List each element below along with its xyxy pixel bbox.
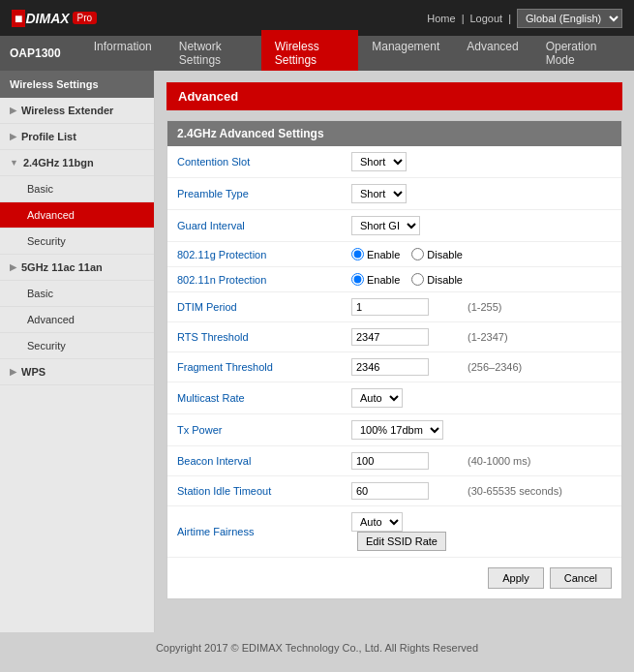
label-contention-slot: Contention Slot: [167, 146, 342, 178]
input-beacon-interval[interactable]: [351, 452, 429, 470]
radio-input-80211n-enable[interactable]: [351, 273, 364, 286]
sidebar-group-5ghz[interactable]: ▶ 5GHz 11ac 11an: [0, 255, 154, 281]
sidebar-item-5ghz-security[interactable]: Security: [0, 333, 154, 359]
label-dtim-period: DTIM Period: [167, 292, 342, 322]
radio-group-80211n: Enable Disable: [351, 273, 612, 286]
select-airtime-fairness[interactable]: Auto: [351, 512, 403, 532]
sidebar-item-2ghz-security[interactable]: Security: [0, 229, 154, 255]
nav-information[interactable]: Information: [80, 30, 166, 76]
radio-label-disable-80211g: Disable: [427, 249, 463, 260]
radio-input-80211g-disable[interactable]: [411, 248, 424, 260]
select-guard-interval[interactable]: Short GI Long GI: [351, 216, 420, 235]
label-guard-interval: Guard Interval: [167, 210, 342, 242]
settings-table: Contention Slot Short Long Preamble Type: [167, 146, 621, 558]
sidebar-item-wps[interactable]: ▶ WPS: [0, 359, 154, 385]
home-link[interactable]: Home: [427, 13, 455, 24]
label-station-idle-timeout: Station Idle Timeout: [167, 476, 342, 506]
row-station-idle-timeout: Station Idle Timeout (30-65535 seconds): [167, 476, 621, 506]
edit-ssid-rate-button[interactable]: Edit SSID Rate: [357, 532, 446, 551]
hint-tx-power: [458, 414, 621, 446]
cancel-button[interactable]: Cancel: [550, 567, 612, 589]
row-80211g-protection: 802.11g Protection Enable Disable: [167, 242, 621, 267]
row-airtime-fairness: Airtime Fairness Auto Edit SSID Rate: [167, 506, 621, 558]
label-80211g-protection: 802.11g Protection: [167, 242, 342, 267]
logo-text: ■DIMAX: [12, 8, 70, 28]
arrow-icon-2: ▶: [10, 132, 16, 141]
hint-station-idle-timeout: (30-65535 seconds): [458, 476, 621, 506]
main-layout: Wireless Settings ▶ Wireless Extender ▶ …: [0, 71, 634, 632]
select-preamble-type[interactable]: Short Long: [351, 184, 407, 203]
label-fragment-threshold: Fragment Threshold: [167, 352, 342, 382]
label-beacon-interval: Beacon Interval: [167, 446, 342, 476]
radio-80211n-disable[interactable]: Disable: [411, 273, 463, 286]
row-rts-threshold: RTS Threshold (1-2347): [167, 322, 621, 352]
settings-panel: 2.4GHz Advanced Settings Contention Slot…: [166, 120, 622, 599]
settings-panel-title: 2.4GHz Advanced Settings: [167, 121, 621, 146]
arrow-icon-5: ▶: [10, 367, 16, 377]
5ghz-group-label: 5GHz 11ac 11an: [21, 261, 103, 273]
row-fragment-threshold: Fragment Threshold (256–2346): [167, 352, 621, 382]
navbar: OAP1300 Information Network Settings Wir…: [0, 36, 634, 71]
edimax-logo: ■DIMAX: [12, 8, 70, 27]
row-tx-power: Tx Power 100% 17dbm: [167, 414, 621, 446]
row-contention-slot: Contention Slot Short Long: [167, 146, 621, 178]
nav-wireless-settings[interactable]: Wireless Settings: [261, 30, 359, 76]
nav-management[interactable]: Management: [358, 30, 453, 76]
sidebar: Wireless Settings ▶ Wireless Extender ▶ …: [0, 71, 155, 632]
label-multicast-rate: Multicast Rate: [167, 382, 342, 414]
header-right: Home | Logout | Global (English): [427, 9, 622, 28]
hint-rts-threshold: (1-2347): [458, 322, 621, 352]
logo-area: ■DIMAX Pro: [12, 8, 97, 28]
footer: Copyright 2017 © EDIMAX Technology Co., …: [0, 632, 634, 663]
row-guard-interval: Guard Interval Short GI Long GI: [167, 210, 621, 242]
radio-80211g-enable[interactable]: Enable: [351, 248, 400, 260]
radio-label-enable-80211g: Enable: [367, 249, 400, 260]
language-select[interactable]: Global (English): [517, 9, 622, 28]
arrow-icon-4: ▶: [10, 262, 16, 272]
hint-beacon-interval: (40-1000 ms): [458, 446, 621, 476]
sidebar-item-5ghz-basic[interactable]: Basic: [0, 281, 154, 307]
hint-dtim-period: (1-255): [458, 292, 621, 322]
nav-network-settings[interactable]: Network Settings: [166, 30, 261, 76]
wps-label: WPS: [21, 366, 45, 378]
select-multicast-rate[interactable]: Auto: [351, 388, 403, 408]
profile-list-label: Profile List: [21, 131, 76, 142]
radio-label-disable-80211n: Disable: [427, 274, 463, 286]
nav-items: Information Network Settings Wireless Se…: [80, 30, 624, 76]
sidebar-item-2ghz-basic[interactable]: Basic: [0, 176, 154, 202]
select-tx-power[interactable]: 100% 17dbm: [351, 420, 443, 440]
row-preamble-type: Preamble Type Short Long: [167, 178, 621, 210]
2ghz-group-label: 2.4GHz 11bgn: [23, 157, 94, 168]
hint-preamble-type: [458, 178, 621, 210]
hint-contention-slot: [458, 146, 621, 178]
logout-link[interactable]: Logout: [469, 13, 502, 24]
hint-fragment-threshold: (256–2346): [458, 352, 621, 382]
input-rts-threshold[interactable]: [351, 328, 429, 346]
sidebar-item-profile-list[interactable]: ▶ Profile List: [0, 124, 154, 150]
input-fragment-threshold[interactable]: [351, 358, 429, 376]
page-header: Advanced: [166, 82, 622, 110]
hint-airtime-fairness: [458, 506, 621, 558]
content: Advanced 2.4GHz Advanced Settings Conten…: [155, 71, 634, 632]
sidebar-group-2ghz[interactable]: ▼ 2.4GHz 11bgn: [0, 150, 154, 176]
nav-advanced[interactable]: Advanced: [453, 30, 531, 76]
logo-pro: Pro: [73, 12, 98, 24]
radio-group-80211g: Enable Disable: [351, 248, 612, 260]
input-dtim-period[interactable]: [351, 298, 429, 316]
input-station-idle-timeout[interactable]: [351, 482, 429, 500]
sidebar-item-5ghz-advanced[interactable]: Advanced: [0, 307, 154, 333]
radio-80211g-disable[interactable]: Disable: [411, 248, 463, 260]
nav-operation-mode[interactable]: Operation Mode: [532, 30, 624, 76]
row-dtim-period: DTIM Period (1-255): [167, 292, 621, 322]
apply-button[interactable]: Apply: [488, 567, 544, 589]
radio-80211n-enable[interactable]: Enable: [351, 273, 400, 286]
sidebar-item-wireless-extender[interactable]: ▶ Wireless Extender: [0, 98, 154, 124]
label-rts-threshold: RTS Threshold: [167, 322, 342, 352]
label-preamble-type: Preamble Type: [167, 178, 342, 210]
radio-input-80211g-enable[interactable]: [351, 248, 364, 260]
row-beacon-interval: Beacon Interval (40-1000 ms): [167, 446, 621, 476]
radio-input-80211n-disable[interactable]: [411, 273, 424, 286]
action-bar: Apply Cancel: [167, 558, 621, 598]
select-contention-slot[interactable]: Short Long: [351, 152, 407, 171]
sidebar-item-2ghz-advanced[interactable]: Advanced: [0, 202, 154, 229]
